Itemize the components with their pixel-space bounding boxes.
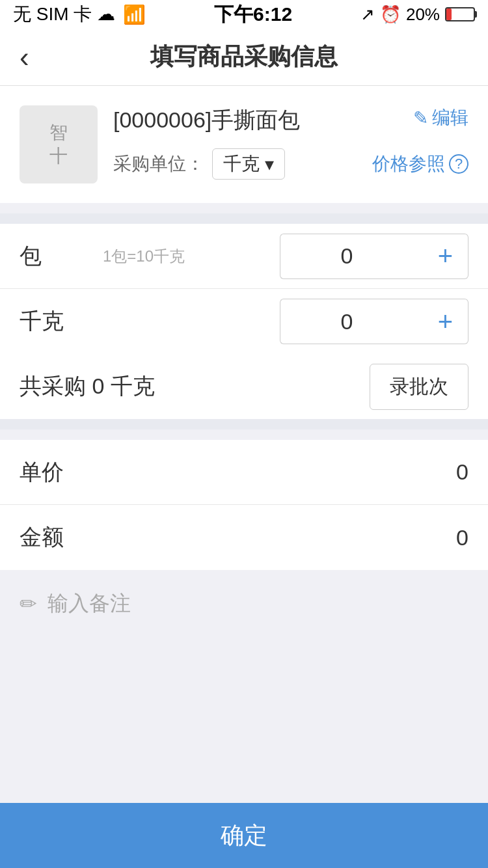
notes-section: ✏ 输入备注 xyxy=(0,570,488,638)
product-name-row: [0000006]手撕面包 ✎ 编辑 xyxy=(113,105,468,135)
amount-value: 0 xyxy=(456,525,468,550)
unit-value: 千克 xyxy=(223,152,260,176)
price-ref-button[interactable]: 价格参照 ? xyxy=(372,152,468,176)
status-time: 下午6:12 xyxy=(214,1,292,28)
product-unit-row: 采购单位： 千克 ▾ 价格参照 ? xyxy=(113,148,468,180)
back-button[interactable]: ‹ xyxy=(20,43,29,72)
divider-2 xyxy=(0,419,488,429)
divider-1 xyxy=(0,213,488,224)
price-ref-label: 价格参照 xyxy=(372,152,445,176)
summary-label: 共采购 xyxy=(20,373,86,398)
kg-input-row: 千克 + xyxy=(0,289,488,354)
summary-amount: 0 xyxy=(92,373,110,398)
alarm-icon: ⏰ xyxy=(380,5,401,25)
product-info: [0000006]手撕面包 ✎ 编辑 采购单位： 千克 ▾ 价格参照 xyxy=(113,105,468,180)
unit-price-row: 单价 0 xyxy=(0,440,488,505)
summary-unit: 千克 xyxy=(111,373,155,398)
package-sub: 1包=10千克 xyxy=(103,246,185,267)
kg-input[interactable] xyxy=(280,299,423,344)
battery-percent: 20% xyxy=(406,5,440,25)
package-input-wrap: + xyxy=(280,234,468,279)
notes-input[interactable]: 输入备注 xyxy=(47,590,131,618)
nav-bar: ‹ 填写商品采购信息 xyxy=(0,29,488,86)
product-card: 智 十 [0000006]手撕面包 ✎ 编辑 采购单位： 千克 ▾ xyxy=(0,86,488,203)
batch-button[interactable]: 录批次 xyxy=(370,364,468,410)
unit-price-value: 0 xyxy=(456,459,468,485)
product-image: 智 十 xyxy=(20,105,98,183)
summary-row: 共采购 0 千克 录批次 xyxy=(0,354,488,419)
status-right: ↗ ⏰ 20% xyxy=(360,5,475,25)
unit-select[interactable]: 千克 ▾ xyxy=(212,148,285,180)
package-plus-button[interactable]: + xyxy=(423,234,468,279)
kg-label: 千克 xyxy=(20,306,98,336)
info-icon[interactable]: ? xyxy=(449,154,468,174)
amount-row: 金额 0 xyxy=(0,505,488,570)
status-bar: 无 SIM 卡 ☁ 📶 下午6:12 ↗ ⏰ 20% xyxy=(0,0,488,29)
wifi-icon: 📶 xyxy=(123,4,146,25)
dropdown-icon: ▾ xyxy=(265,154,274,175)
status-left: 无 SIM 卡 ☁ 📶 xyxy=(13,2,146,27)
unit-label: 采购单位： xyxy=(113,152,204,176)
confirm-button[interactable]: 确定 xyxy=(221,820,267,852)
page-title: 填写商品采购信息 xyxy=(150,41,338,73)
unit-price-label: 单价 xyxy=(20,457,456,487)
location-icon: ↗ xyxy=(360,5,375,25)
battery-icon xyxy=(445,7,475,21)
package-label: 包 xyxy=(20,241,98,271)
pencil-icon: ✏ xyxy=(20,591,37,616)
edit-button[interactable]: ✎ 编辑 xyxy=(413,105,468,130)
sim-status: 无 SIM 卡 ☁ xyxy=(13,2,115,27)
package-input[interactable] xyxy=(280,234,423,279)
info-section: 单价 0 金额 0 xyxy=(0,440,488,570)
product-logo: 智 十 xyxy=(49,121,68,169)
confirm-bar[interactable]: 确定 xyxy=(0,803,488,868)
package-input-row: 包 1包=10千克 + xyxy=(0,224,488,289)
edit-icon: ✎ xyxy=(413,107,428,129)
summary-text: 共采购 0 千克 xyxy=(20,372,370,401)
kg-plus-button[interactable]: + xyxy=(423,299,468,344)
input-section: 包 1包=10千克 + 千克 + xyxy=(0,224,488,354)
product-name: [0000006]手撕面包 xyxy=(113,105,300,135)
kg-input-wrap: + xyxy=(280,299,468,344)
amount-label: 金额 xyxy=(20,522,456,552)
edit-label: 编辑 xyxy=(432,105,468,130)
